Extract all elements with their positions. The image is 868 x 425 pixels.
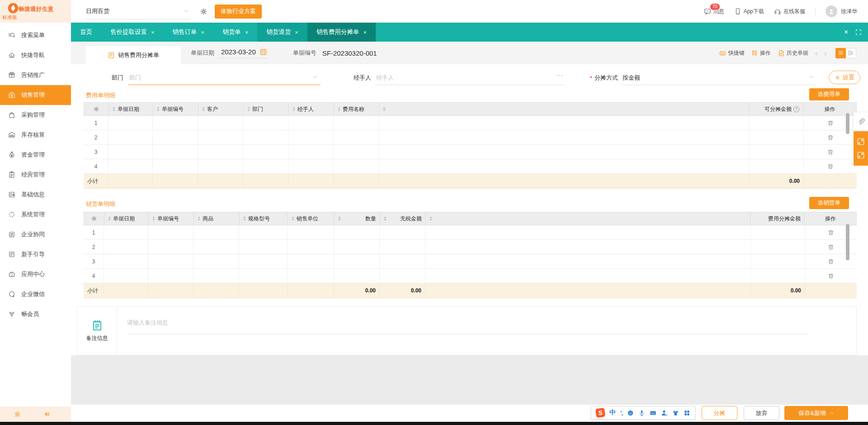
org-select[interactable]: 日用百货 — [86, 3, 191, 19]
table-cell[interactable] — [148, 269, 193, 283]
sort-icon[interactable] — [292, 107, 295, 111]
tab-4[interactable]: 销货退货× — [257, 23, 307, 42]
table-cell[interactable] — [193, 225, 239, 239]
sort-icon[interactable] — [108, 216, 111, 221]
table-cell[interactable] — [334, 130, 379, 144]
sort-icon[interactable] — [247, 107, 250, 111]
sidebar-item-1[interactable]: 快捷导航 — [0, 45, 71, 65]
delete-row-button[interactable] — [828, 244, 834, 250]
table-cell[interactable] — [243, 130, 288, 144]
delete-row-button[interactable] — [827, 120, 834, 126]
sidebar-item-12[interactable]: 应用中心 — [0, 264, 71, 284]
table-cell[interactable] — [239, 225, 288, 239]
ime-menu-icon[interactable] — [684, 410, 690, 416]
tab-close-icon[interactable]: × — [201, 29, 205, 36]
sort-icon[interactable] — [152, 216, 155, 221]
table-cell[interactable] — [108, 145, 153, 159]
table-cell[interactable] — [239, 240, 288, 254]
table-cell[interactable] — [108, 159, 153, 173]
ime-punct-toggle[interactable]: ’, — [620, 410, 623, 416]
table-cell[interactable] — [425, 269, 751, 283]
table-cell[interactable] — [334, 145, 379, 159]
table-cell[interactable] — [153, 116, 198, 130]
tab-2[interactable]: 销售订单× — [164, 23, 214, 42]
column-gear-icon[interactable] — [93, 106, 99, 112]
table-cell[interactable] — [380, 240, 425, 254]
table-cell[interactable] — [425, 225, 751, 239]
table-cell[interactable] — [379, 159, 750, 173]
table-cell[interactable] — [379, 116, 750, 130]
doc-tab[interactable]: 销售费用分摊单 — [86, 46, 181, 64]
sort-icon[interactable] — [243, 216, 246, 221]
sort-icon[interactable] — [292, 216, 294, 221]
remark-input[interactable]: 请输入备注信息 — [127, 319, 809, 334]
sort-icon[interactable] — [383, 107, 386, 111]
expand-icon[interactable] — [857, 138, 865, 146]
more-icon[interactable]: ⋯ — [556, 72, 563, 80]
prev-doc-icon[interactable]: ‹ — [815, 49, 818, 57]
table-cell[interactable] — [108, 130, 153, 144]
help-icon[interactable]: ? — [793, 106, 799, 112]
shortcut-keys-button[interactable]: 快捷键 — [719, 49, 745, 57]
table-cell[interactable] — [751, 240, 805, 254]
doc-date-field[interactable]: 2023-03-20 — [220, 48, 268, 58]
table-cell[interactable] — [750, 130, 804, 144]
save-and-new-button[interactable]: 保存&新增 — [784, 406, 848, 420]
messages-button[interactable]: 消息 70 — [704, 8, 724, 15]
table-cell[interactable] — [104, 254, 148, 268]
tab-0[interactable]: 首页 — [71, 23, 101, 42]
table-cell[interactable] — [425, 240, 751, 254]
user-menu[interactable]: 徐泽华 — [826, 5, 857, 17]
department-select[interactable]: 部门 — [128, 69, 321, 85]
table-cell[interactable] — [104, 240, 148, 254]
sidebar-item-8[interactable]: 基础信息 — [0, 185, 71, 205]
emoji-icon[interactable] — [627, 410, 634, 416]
tab-close-icon[interactable]: × — [295, 29, 298, 36]
sidebar-item-14[interactable]: 畅会员 — [0, 304, 71, 324]
next-doc-icon[interactable]: › — [824, 49, 827, 57]
table-cell[interactable] — [153, 130, 198, 144]
sort-icon[interactable] — [384, 216, 387, 221]
tab-close-icon[interactable]: × — [363, 29, 367, 36]
table-cell[interactable] — [288, 159, 334, 173]
sales-table-scrollbar[interactable] — [846, 224, 849, 260]
table-cell[interactable] — [288, 145, 334, 159]
table-cell[interactable] — [380, 225, 425, 239]
table-cell[interactable] — [334, 159, 379, 173]
table-cell[interactable] — [379, 145, 750, 159]
sort-icon[interactable] — [338, 107, 340, 111]
allocate-button[interactable]: 分摊 — [702, 406, 737, 420]
sort-icon[interactable] — [198, 216, 200, 221]
fullscreen-icon[interactable] — [855, 29, 862, 35]
table-cell[interactable] — [148, 240, 193, 254]
table-cell[interactable] — [380, 269, 425, 283]
sidebar-item-9[interactable]: 系统管理 — [0, 205, 71, 224]
skin-icon[interactable] — [672, 410, 679, 416]
mic-icon[interactable] — [638, 410, 645, 416]
app-download-button[interactable]: App下载 — [734, 8, 764, 15]
table-cell[interactable] — [243, 116, 288, 130]
table-cell[interactable] — [334, 225, 380, 239]
table-cell[interactable] — [288, 254, 334, 268]
sidebar-item-11[interactable]: 新手引导 — [0, 244, 71, 264]
table-cell[interactable] — [334, 269, 380, 283]
table-cell[interactable] — [153, 145, 198, 159]
trial-plan-button[interactable]: 体验行业方案 — [215, 5, 262, 19]
sidebar-item-2[interactable]: 营销推广 — [0, 65, 71, 85]
sidebar-item-6[interactable]: 资金管理 — [0, 145, 71, 165]
table-cell[interactable] — [239, 269, 288, 283]
table-cell[interactable] — [334, 254, 380, 268]
table-cell[interactable] — [751, 254, 805, 268]
table-cell[interactable] — [425, 254, 751, 268]
history-docs-button[interactable]: 历史单据 — [778, 49, 808, 57]
table-cell[interactable] — [148, 254, 193, 268]
ime-account-icon[interactable]: 15 — [661, 410, 668, 416]
sort-icon[interactable] — [113, 107, 115, 111]
ime-mode-toggle[interactable]: 中 — [609, 409, 616, 417]
sogou-logo-icon[interactable]: S — [595, 408, 606, 418]
handler-input[interactable]: 经手人 ⋯ — [375, 69, 565, 85]
sort-icon[interactable] — [429, 216, 432, 221]
table-cell[interactable] — [288, 269, 334, 283]
table-cell[interactable] — [380, 254, 425, 268]
tab-close-icon[interactable]: × — [151, 29, 155, 36]
